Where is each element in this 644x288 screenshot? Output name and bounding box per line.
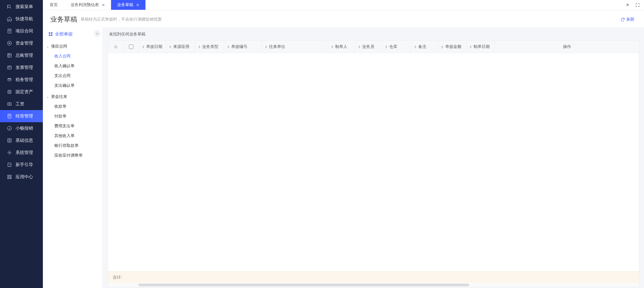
svg-point-38 <box>115 46 116 48</box>
select-all-checkbox[interactable] <box>129 45 133 49</box>
leaf-income-contract[interactable]: 收入合同 <box>43 51 103 61</box>
collapse-panel-button[interactable]: « <box>94 30 101 37</box>
scrollbar-thumb[interactable] <box>138 284 469 286</box>
sidebar-label: 税务管理 <box>16 77 33 83</box>
settings-column[interactable] <box>108 41 124 53</box>
data-area: 未找到任何业务草稿 ▲▼单据日期 ▲▼来源应用 ▲▼业务类型 ▲▼单据编号 <box>103 27 644 288</box>
table-header: ▲▼单据日期 ▲▼来源应用 ▲▼业务类型 ▲▼单据编号 ▲▼往来单位 ▲▼制单人… <box>108 41 639 53</box>
horizontal-scrollbar[interactable] <box>108 283 639 287</box>
sidebar-item-tax-mgmt[interactable]: 税务管理 <box>0 74 43 86</box>
sidebar-item-system-mgmt[interactable]: 系统管理 <box>0 147 43 159</box>
svg-point-29 <box>9 164 9 165</box>
tab-label: 业务草稿 <box>117 2 133 8</box>
content-row: 全部单据 « ⌄ 项目合同 收入合同 收入确认单 支出合同 支出确认单 ⌄ <box>43 27 644 288</box>
col-source-app[interactable]: ▲▼来源应用 <box>166 41 195 53</box>
close-icon[interactable]: ✕ <box>102 3 105 7</box>
sidebar-label: 固定资产 <box>16 89 33 95</box>
fullscreen-icon[interactable] <box>635 2 641 8</box>
empty-message: 未找到任何业务草稿 <box>108 31 639 41</box>
leaf-payment[interactable]: 付款单 <box>43 111 103 121</box>
svg-rect-18 <box>8 114 11 118</box>
sort-icon: ▲▼ <box>227 45 230 49</box>
col-biz-type[interactable]: ▲▼业务类型 <box>195 41 224 53</box>
col-make-date[interactable]: ▲▼制单日期 <box>466 41 495 53</box>
col-doc-date[interactable]: ▲▼单据日期 <box>139 41 166 53</box>
col-amount[interactable]: ▲▼单据金额 <box>438 41 466 53</box>
sidebar-label: 搜索菜单 <box>16 4 33 10</box>
sidebar-item-invoice-mgmt[interactable]: 发票管理 <box>0 61 43 74</box>
sidebar-label: 项目合同 <box>16 28 33 34</box>
tab-bar: 首页 业务利润预估表 ✕ 业务草稿 ✕ ✕ <box>43 0 644 10</box>
sidebar-item-beginner-guide[interactable]: 新手引导 <box>0 159 43 171</box>
gear-icon <box>7 150 12 155</box>
sidebar-item-base-info[interactable]: 基础信息 <box>0 134 43 147</box>
chevron-down-icon: ⌄ <box>46 45 50 48</box>
sidebar-label: 发票管理 <box>16 64 33 71</box>
leaf-expense-confirm[interactable]: 支出确认单 <box>43 81 103 90</box>
svg-point-0 <box>8 5 10 8</box>
col-action: 操作 <box>495 41 639 53</box>
sidebar-item-business-mgmt[interactable]: 经营管理 <box>0 110 43 122</box>
svg-rect-33 <box>10 177 11 179</box>
page-subtitle: 草稿转为正式单据时，不会执行满赠促销优惠 <box>81 17 162 22</box>
refresh-label: 刷新 <box>626 17 635 22</box>
tab-home[interactable]: 首页 <box>43 0 64 10</box>
main-sidebar: 搜索菜单 快捷导航 项目合同 资金管理 总账管理 发票管理 税务管理 固定资产 <box>0 0 43 288</box>
close-icon[interactable]: ✕ <box>136 3 139 7</box>
refresh-icon <box>620 17 625 22</box>
leaf-bank-deposit[interactable]: 银行存取款单 <box>43 141 103 151</box>
sidebar-item-project-contract[interactable]: 项目合同 <box>0 25 43 37</box>
svg-rect-30 <box>8 175 9 177</box>
close-all-icon[interactable]: ✕ <box>624 2 630 8</box>
guide-icon <box>7 162 12 167</box>
svg-rect-14 <box>8 90 11 93</box>
sidebar-item-app-center[interactable]: 应用中心 <box>0 171 43 183</box>
sort-icon: ▲▼ <box>142 45 145 49</box>
tab-profit-estimate[interactable]: 业务利润预估表 ✕ <box>64 0 111 10</box>
tab-business-draft[interactable]: 业务草稿 ✕ <box>111 0 145 10</box>
svg-rect-10 <box>8 66 11 69</box>
reimburse-icon <box>7 126 12 131</box>
group-title-contract[interactable]: ⌄ 项目合同 <box>43 42 103 51</box>
sidebar-label: 小畅报销 <box>16 125 33 131</box>
sidebar-label: 总账管理 <box>16 52 33 58</box>
sidebar-item-salary[interactable]: 工资 <box>0 98 43 110</box>
select-all-column[interactable] <box>124 41 139 53</box>
table-footer: 合计: <box>108 271 639 283</box>
col-partner[interactable]: ▲▼往来单位 <box>262 41 328 53</box>
sidebar-item-search-menu[interactable]: 搜索菜单 <box>0 1 43 13</box>
svg-line-1 <box>10 7 11 8</box>
page-header: 业务草稿 草稿转为正式单据时，不会执行满赠促销优惠 刷新 <box>43 10 644 27</box>
svg-rect-16 <box>8 103 11 105</box>
leaf-income-confirm[interactable]: 收入确认单 <box>43 61 103 71</box>
svg-point-27 <box>9 152 10 153</box>
svg-point-15 <box>9 91 10 93</box>
business-icon <box>7 113 12 119</box>
col-maker[interactable]: ▲▼制单人 <box>328 41 355 53</box>
sidebar-item-reimburse[interactable]: 小畅报销 <box>0 122 43 134</box>
leaf-expense-contract[interactable]: 支出合同 <box>43 71 103 81</box>
svg-point-22 <box>7 126 11 130</box>
sidebar-item-general-ledger[interactable]: 总账管理 <box>0 49 43 61</box>
category-panel: 全部单据 « ⌄ 项目合同 收入合同 收入确认单 支出合同 支出确认单 ⌄ <box>43 27 103 288</box>
leaf-ar-ap-adjust[interactable]: 应收应付调整单 <box>43 151 103 160</box>
sidebar-label: 资金管理 <box>16 40 33 46</box>
svg-rect-35 <box>51 32 52 34</box>
tabbar-actions: ✕ <box>624 0 644 10</box>
col-doc-no[interactable]: ▲▼单据编号 <box>224 41 262 53</box>
leaf-other-income[interactable]: 其他收入单 <box>43 131 103 141</box>
gear-icon <box>113 45 118 49</box>
sort-icon: ▲▼ <box>265 45 268 49</box>
leaf-expense-bill[interactable]: 费用支出单 <box>43 121 103 131</box>
refresh-button[interactable]: 刷新 <box>620 17 637 22</box>
sidebar-label: 新手引导 <box>16 162 33 168</box>
sidebar-item-fixed-asset[interactable]: 固定资产 <box>0 86 43 98</box>
group-title-fund[interactable]: ⌄ 资金往来 <box>43 92 103 102</box>
col-warehouse[interactable]: ▲▼仓库 <box>382 41 411 53</box>
sidebar-item-fund-mgmt[interactable]: 资金管理 <box>0 37 43 49</box>
col-salesman[interactable]: ▲▼业务员 <box>355 41 382 53</box>
col-remark[interactable]: ▲▼备注 <box>411 41 438 53</box>
tab-label: 业务利润预估表 <box>71 2 99 8</box>
leaf-receipt[interactable]: 收款单 <box>43 102 103 111</box>
sidebar-item-quick-nav[interactable]: 快捷导航 <box>0 13 43 25</box>
